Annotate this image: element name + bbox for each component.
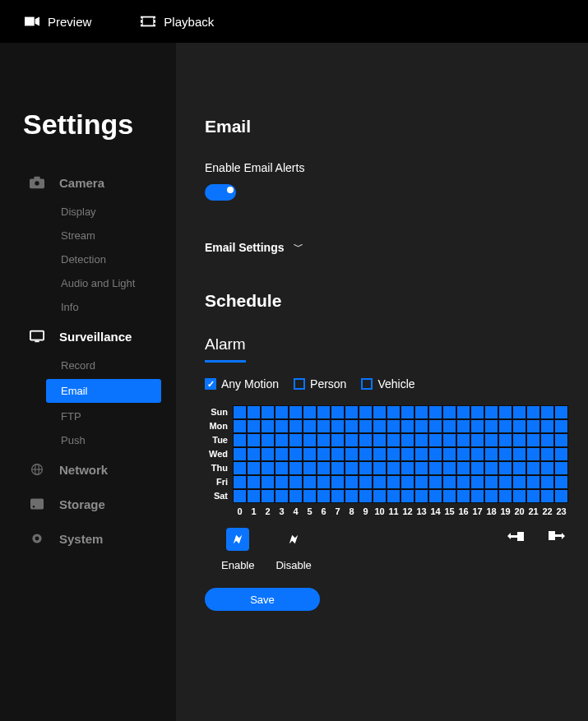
sidebar-item-email[interactable]: Email (46, 379, 161, 403)
grid-cell[interactable] (289, 475, 303, 489)
grid-cell[interactable] (400, 405, 414, 419)
grid-cell[interactable] (247, 433, 261, 447)
grid-cell[interactable] (261, 419, 275, 433)
grid-cell[interactable] (442, 461, 456, 475)
sidebar-item-display[interactable]: Display (0, 200, 176, 224)
grid-cell[interactable] (400, 461, 414, 475)
grid-cell[interactable] (275, 433, 289, 447)
grid-cell[interactable] (484, 447, 498, 461)
email-settings-expand[interactable]: Email Settings ﹀ (205, 240, 588, 254)
grid-cell[interactable] (498, 489, 512, 503)
grid-cell[interactable] (373, 447, 387, 461)
grid-cell[interactable] (498, 433, 512, 447)
topbar-playback[interactable]: Playback (141, 15, 214, 29)
grid-cell[interactable] (345, 433, 359, 447)
grid-cell[interactable] (484, 433, 498, 447)
sidebar-item-push[interactable]: Push (0, 428, 176, 452)
grid-cell[interactable] (414, 405, 428, 419)
grid-cell[interactable] (442, 433, 456, 447)
grid-cell[interactable] (456, 447, 470, 461)
grid-cell[interactable] (512, 489, 526, 503)
grid-cell[interactable] (331, 433, 345, 447)
grid-cell[interactable] (484, 419, 498, 433)
grid-cell[interactable] (428, 419, 442, 433)
grid-cell[interactable] (373, 461, 387, 475)
grid-cell[interactable] (414, 489, 428, 503)
grid-cell[interactable] (359, 447, 373, 461)
grid-cell[interactable] (345, 475, 359, 489)
grid-cell[interactable] (289, 405, 303, 419)
grid-cell[interactable] (345, 419, 359, 433)
grid-cell[interactable] (512, 433, 526, 447)
grid-cell[interactable] (414, 447, 428, 461)
grid-cell[interactable] (275, 461, 289, 475)
sidebar-item-detection[interactable]: Detection (0, 247, 176, 271)
grid-cell[interactable] (331, 475, 345, 489)
grid-cell[interactable] (317, 461, 331, 475)
grid-cell[interactable] (387, 433, 400, 447)
grid-cell[interactable] (526, 475, 540, 489)
grid-cell[interactable] (289, 447, 303, 461)
grid-cell[interactable] (233, 475, 247, 489)
grid-cell[interactable] (275, 405, 289, 419)
grid-cell[interactable] (512, 461, 526, 475)
grid-cell[interactable] (373, 489, 387, 503)
grid-cell[interactable] (261, 405, 275, 419)
grid-cell[interactable] (498, 419, 512, 433)
grid-cell[interactable] (400, 419, 414, 433)
grid-cell[interactable] (470, 489, 484, 503)
grid-cell[interactable] (233, 405, 247, 419)
grid-cell[interactable] (387, 419, 400, 433)
grid-cell[interactable] (456, 405, 470, 419)
check-person[interactable]: Person (294, 377, 346, 391)
grid-cell[interactable] (317, 405, 331, 419)
topbar-preview[interactable]: Preview (25, 15, 91, 29)
check-vehicle[interactable]: Vehicle (361, 377, 414, 391)
grid-cell[interactable] (414, 461, 428, 475)
grid-cell[interactable] (233, 447, 247, 461)
select-all-icon[interactable] (547, 528, 567, 544)
grid-cell[interactable] (470, 475, 484, 489)
grid-cell[interactable] (400, 447, 414, 461)
grid-cell[interactable] (345, 489, 359, 503)
grid-cell[interactable] (484, 405, 498, 419)
grid-cell[interactable] (331, 405, 345, 419)
grid-cell[interactable] (387, 475, 400, 489)
grid-cell[interactable] (233, 461, 247, 475)
grid-cell[interactable] (373, 475, 387, 489)
grid-cell[interactable] (554, 461, 568, 475)
grid-cell[interactable] (261, 433, 275, 447)
grid-cell[interactable] (331, 447, 345, 461)
grid-cell[interactable] (526, 433, 540, 447)
grid-cell[interactable] (400, 489, 414, 503)
grid-cell[interactable] (373, 405, 387, 419)
grid-cell[interactable] (540, 475, 554, 489)
grid-cell[interactable] (359, 489, 373, 503)
grid-cell[interactable] (275, 447, 289, 461)
grid-cell[interactable] (289, 461, 303, 475)
grid-cell[interactable] (540, 489, 554, 503)
grid-cell[interactable] (470, 405, 484, 419)
grid-cell[interactable] (456, 475, 470, 489)
grid-cell[interactable] (345, 461, 359, 475)
sidebar-item-audio-light[interactable]: Audio and Light (0, 271, 176, 295)
grid-cell[interactable] (303, 447, 317, 461)
grid-cell[interactable] (247, 447, 261, 461)
schedule-grid[interactable] (233, 405, 568, 503)
sidebar-group-system[interactable]: System (0, 521, 176, 556)
grid-cell[interactable] (498, 461, 512, 475)
grid-cell[interactable] (400, 433, 414, 447)
grid-cell[interactable] (275, 419, 289, 433)
grid-cell[interactable] (470, 447, 484, 461)
grid-cell[interactable] (498, 405, 512, 419)
grid-cell[interactable] (456, 489, 470, 503)
sidebar-group-surveillance[interactable]: Surveillance (0, 319, 176, 354)
grid-cell[interactable] (470, 461, 484, 475)
enable-email-toggle[interactable] (205, 184, 236, 201)
grid-cell[interactable] (289, 489, 303, 503)
grid-cell[interactable] (554, 447, 568, 461)
grid-cell[interactable] (359, 419, 373, 433)
grid-cell[interactable] (289, 419, 303, 433)
grid-cell[interactable] (512, 405, 526, 419)
grid-cell[interactable] (387, 461, 400, 475)
